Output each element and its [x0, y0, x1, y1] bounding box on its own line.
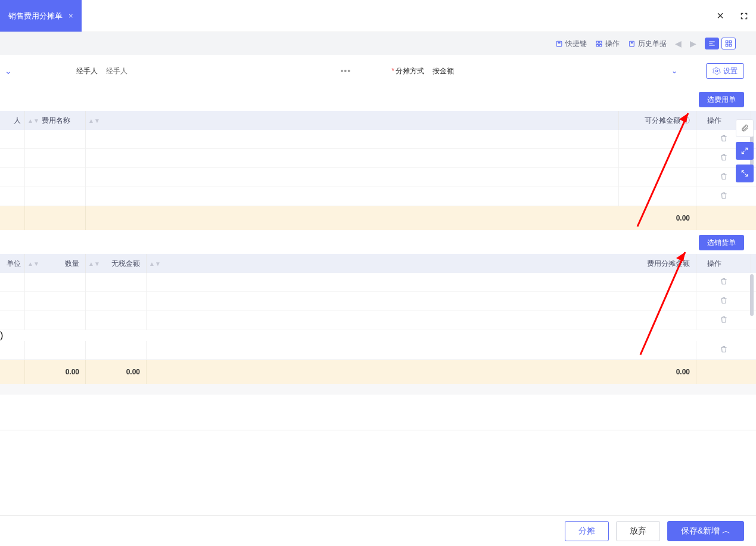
- operate-label: 操作: [605, 39, 620, 49]
- svg-rect-6: [726, 41, 728, 43]
- history-link[interactable]: 历史单据: [628, 39, 667, 49]
- table-row[interactable]: [0, 130, 756, 149]
- spacer: [0, 384, 756, 395]
- table-row[interactable]: [0, 311, 756, 330]
- svg-rect-3: [596, 44, 598, 46]
- sum-alloc: 0.00: [676, 368, 690, 376]
- table-row[interactable]: [0, 341, 756, 360]
- svg-rect-8: [726, 44, 728, 46]
- sales-grid-sum: 0.00 0.00 0.00: [0, 360, 756, 384]
- table-row[interactable]: [0, 292, 756, 311]
- discard-button[interactable]: 放弃: [616, 521, 660, 541]
- view-grid-icon[interactable]: [721, 38, 736, 49]
- svg-rect-7: [729, 41, 732, 43]
- delete-icon[interactable]: [720, 345, 728, 356]
- tab-title: 销售费用分摊单: [8, 11, 63, 21]
- sort-icon[interactable]: ▲▼: [27, 119, 39, 122]
- save-new-button[interactable]: 保存&新增︿: [667, 521, 744, 541]
- tab-active[interactable]: 销售费用分摊单 ×: [0, 0, 82, 32]
- col-a: 人: [14, 116, 21, 126]
- expand-out-icon[interactable]: [736, 142, 754, 160]
- next-arrow-icon[interactable]: ▶: [690, 39, 696, 48]
- delete-icon[interactable]: [720, 315, 728, 326]
- col-b: 费用名称: [42, 116, 70, 126]
- expand-chevron-icon[interactable]: ⌄: [5, 66, 12, 76]
- table-row[interactable]: [0, 187, 756, 206]
- expense-grid-body: [0, 130, 756, 206]
- sort-icon[interactable]: ▲▼: [27, 262, 39, 265]
- method-input[interactable]: [433, 67, 671, 75]
- expense-grid-sum: 0.00: [0, 206, 756, 230]
- sum-alloc: 0.00: [676, 214, 690, 222]
- sum-qty: 0.00: [66, 368, 79, 376]
- handler-field[interactable]: •••: [106, 66, 351, 76]
- sort-icon[interactable]: ▲▼: [149, 262, 161, 265]
- shortcut-label: 快捷键: [565, 39, 587, 49]
- prev-arrow-icon[interactable]: ◀: [675, 39, 682, 48]
- toolbar: 快捷键 操作 历史单据 ◀ ▶: [0, 32, 756, 55]
- svg-rect-2: [600, 41, 602, 43]
- allocate-button[interactable]: 分摊: [565, 521, 609, 541]
- method-field[interactable]: ⌄: [433, 67, 677, 75]
- handler-label: 经手人: [76, 66, 98, 76]
- table-row[interactable]: [0, 273, 756, 292]
- svg-rect-1: [596, 41, 598, 43]
- handler-input[interactable]: [106, 67, 340, 75]
- sort-icon[interactable]: ▲▼: [88, 262, 100, 265]
- method-dropdown-icon[interactable]: ⌄: [671, 67, 677, 75]
- select-expense-button[interactable]: 选费用单: [699, 92, 744, 107]
- handler-picker-icon[interactable]: •••: [340, 66, 351, 76]
- note-area: [0, 395, 756, 430]
- tab-bar: 销售费用分摊单 × ×: [0, 0, 756, 32]
- col-c: 可分摊金额: [645, 116, 680, 126]
- delete-icon[interactable]: [720, 134, 728, 145]
- info-icon[interactable]: ⓘ: [683, 116, 690, 126]
- footer: 分摊 放弃 保存&新增︿: [0, 515, 756, 546]
- col-d: 操作: [707, 116, 721, 126]
- history-label: 历史单据: [638, 39, 667, 49]
- method-label: *分摊方式: [391, 66, 424, 76]
- sort-icon[interactable]: ▲▼: [88, 119, 100, 122]
- svg-rect-9: [729, 44, 732, 46]
- form-row: ⌄ 经手人 ••• *分摊方式 ⌄ 设置: [0, 55, 756, 87]
- svg-point-10: [715, 70, 718, 72]
- settings-button[interactable]: 设置: [706, 63, 744, 79]
- col-c: 无税金额: [111, 259, 140, 269]
- sales-grid: 单位 ▲▼数量 ▲▼无税金额 ▲▼费用分摊金额 操作 ) 0.00 0.00 0…: [0, 254, 756, 384]
- attachment-icon[interactable]: [736, 119, 754, 137]
- sum-notax: 0.00: [126, 368, 140, 376]
- table-row[interactable]: [0, 149, 756, 168]
- shortcut-link[interactable]: 快捷键: [555, 39, 587, 49]
- view-mode-toggle: [705, 38, 736, 49]
- expense-grid: 人 ▲▼费用名称 ▲▼ 可分摊金额ⓘ 操作 0.00: [0, 111, 756, 230]
- table-row[interactable]: [0, 168, 756, 187]
- col-d: 费用分摊金额: [647, 259, 690, 269]
- delete-icon[interactable]: [720, 296, 728, 307]
- sales-grid-body: ): [0, 273, 756, 360]
- delete-icon[interactable]: [720, 191, 728, 202]
- delete-icon[interactable]: [720, 172, 728, 183]
- chevron-up-icon: ︿: [722, 526, 730, 536]
- operate-link[interactable]: 操作: [595, 39, 620, 49]
- expand-in-icon[interactable]: [736, 165, 754, 182]
- col-e: 操作: [707, 259, 721, 269]
- delete-icon[interactable]: [720, 153, 728, 164]
- view-list-icon[interactable]: [705, 38, 719, 49]
- col-a: 单位: [7, 259, 21, 269]
- col-b: 数量: [65, 259, 79, 269]
- select-sales-button[interactable]: 选销货单: [699, 235, 744, 250]
- delete-icon[interactable]: [720, 277, 728, 288]
- expense-grid-header: 人 ▲▼费用名称 ▲▼ 可分摊金额ⓘ 操作: [0, 111, 756, 130]
- fullscreen-icon[interactable]: [732, 0, 756, 32]
- scrollbar[interactable]: [750, 274, 754, 316]
- close-button[interactable]: ×: [708, 0, 732, 32]
- svg-rect-4: [600, 44, 602, 46]
- side-rail: [736, 119, 756, 182]
- sales-grid-header: 单位 ▲▼数量 ▲▼无税金额 ▲▼费用分摊金额 操作: [0, 254, 756, 273]
- settings-label: 设置: [723, 66, 738, 76]
- tab-close-icon[interactable]: ×: [69, 11, 73, 20]
